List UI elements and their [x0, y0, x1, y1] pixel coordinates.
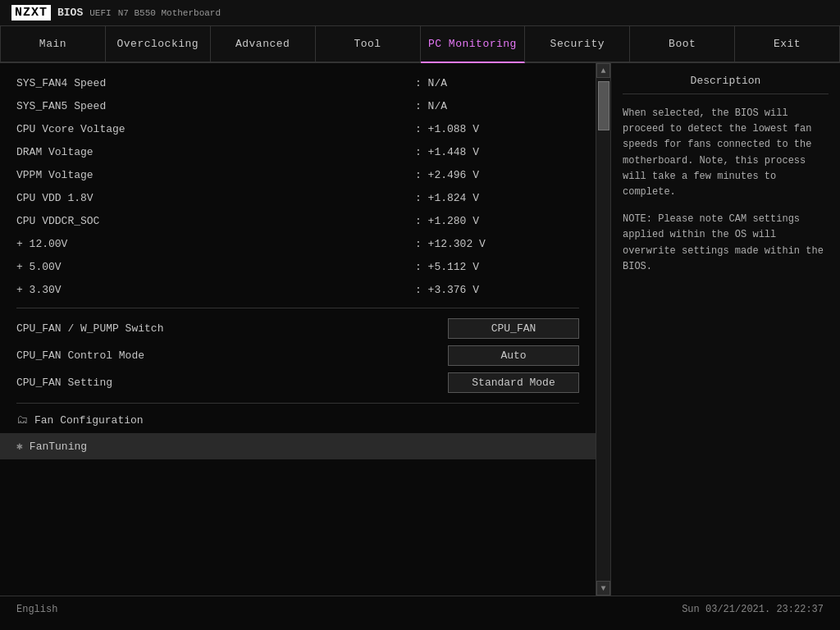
setting-label: CPU Vcore Voltage — [16, 123, 415, 135]
nav-item-advanced[interactable]: Advanced — [211, 26, 316, 62]
logo: NZXT BIOS UEFI N7 B550 Motherboard — [11, 5, 221, 21]
setting-label: CPU_FAN / W_PUMP Switch — [16, 322, 448, 335]
logo-nzxt: NZXT — [11, 5, 51, 21]
setting-value: +12.302 V — [415, 238, 579, 250]
setting-label: CPU VDDCR_SOC — [16, 215, 415, 227]
setting-value: +1.088 V — [415, 123, 579, 135]
setting-label: SYS_FAN4 Speed — [16, 77, 415, 89]
fantuning-icon: ✱ — [16, 440, 23, 453]
setting-row: + 12.00V+12.302 V — [0, 232, 596, 255]
setting-value: N/A — [415, 77, 579, 89]
setting-row: CPU Vcore Voltage+1.088 V — [0, 117, 596, 140]
navbar: MainOverclockingAdvancedToolPC Monitorin… — [0, 26, 840, 63]
fantuning-row[interactable]: ✱ FanTuning — [0, 433, 596, 459]
nav-item-boot[interactable]: Boot — [630, 26, 735, 62]
setting-row: + 5.00V+5.112 V — [0, 255, 596, 278]
nav-item-exit[interactable]: Exit — [735, 26, 840, 62]
setting-value: +1.280 V — [415, 215, 579, 227]
button-setting-row: CPU_FAN Control ModeAuto — [0, 342, 596, 369]
setting-row: VPPM Voltage+2.496 V — [0, 163, 596, 186]
setting-label: + 3.30V — [16, 284, 415, 296]
nav-item-tool[interactable]: Tool — [316, 26, 421, 62]
setting-value: +2.496 V — [415, 169, 579, 181]
setting-value: +1.448 V — [415, 146, 579, 158]
setting-value: N/A — [415, 100, 579, 112]
setting-value: +3.376 V — [415, 284, 579, 296]
fantuning-label: FanTuning — [30, 441, 87, 453]
nav-item-overclocking[interactable]: Overclocking — [106, 26, 211, 62]
setting-label: DRAM Voltage — [16, 146, 415, 158]
setting-label: VPPM Voltage — [16, 169, 415, 181]
setting-label: SYS_FAN5 Speed — [16, 100, 415, 112]
header-bar: NZXT BIOS UEFI N7 B550 Motherboard — [0, 0, 840, 26]
settings-panel: SYS_FAN4 SpeedN/ASYS_FAN5 SpeedN/ACPU Vc… — [0, 63, 596, 596]
scroll-down-button[interactable]: ▼ — [596, 581, 610, 596]
setting-row: + 3.30V+3.376 V — [0, 278, 596, 301]
nav-item-security[interactable]: Security — [525, 26, 630, 62]
setting-value: +1.824 V — [415, 192, 579, 204]
setting-label: CPU_FAN Setting — [16, 377, 448, 389]
setting-value: +5.112 V — [415, 261, 579, 273]
setting-row: CPU VDD 1.8V+1.824 V — [0, 186, 596, 209]
description-panel: Description When selected, the BIOS will… — [610, 63, 840, 596]
setting-row: DRAM Voltage+1.448 V — [0, 140, 596, 163]
button-settings: CPU_FAN / W_PUMP SwitchCPU_FANCPU_FAN Co… — [0, 315, 596, 396]
fan-config-row[interactable]: 🗂 Fan Configuration — [0, 410, 596, 430]
settings-table: SYS_FAN4 SpeedN/ASYS_FAN5 SpeedN/ACPU Vc… — [0, 71, 596, 301]
button-setting-row: CPU_FAN / W_PUMP SwitchCPU_FAN — [0, 315, 596, 342]
setting-label: CPU_FAN Control Mode — [16, 349, 448, 362]
logo-bios: BIOS — [57, 7, 83, 19]
setting-button[interactable]: Auto — [448, 345, 579, 366]
button-setting-row: CPU_FAN SettingStandard Mode — [0, 369, 596, 396]
setting-button[interactable]: Standard Mode — [448, 372, 579, 393]
setting-row: CPU VDDCR_SOC+1.280 V — [0, 209, 596, 232]
scroll-thumb[interactable] — [598, 81, 609, 130]
statusbar: English Sun 03/21/2021. 23:22:37 — [0, 596, 840, 622]
description-title: Description — [623, 75, 829, 94]
description-paragraph: When selected, the BIOS will proceed to … — [623, 106, 829, 200]
status-datetime: Sun 03/21/2021. 23:22:37 — [682, 604, 824, 615]
nav-item-main[interactable]: Main — [0, 26, 106, 62]
logo-model: N7 B550 Motherboard — [118, 8, 221, 18]
logo-uefi: UEFI — [89, 8, 111, 18]
setting-row: SYS_FAN4 SpeedN/A — [0, 71, 596, 94]
fan-config-label: Fan Configuration — [34, 414, 144, 427]
status-language: English — [16, 604, 57, 615]
nav-item-pc-monitoring[interactable]: PC Monitoring — [421, 26, 526, 63]
setting-label: + 5.00V — [16, 261, 415, 273]
scrollbar[interactable]: ▲ ▼ — [596, 63, 610, 596]
setting-row: SYS_FAN5 SpeedN/A — [0, 94, 596, 117]
description-paragraph: NOTE: Please note CAM settings applied w… — [623, 212, 829, 275]
divider-1 — [16, 308, 579, 308]
scroll-up-button[interactable]: ▲ — [596, 63, 610, 78]
divider-2 — [16, 403, 579, 404]
setting-button[interactable]: CPU_FAN — [448, 318, 579, 339]
main-content: SYS_FAN4 SpeedN/ASYS_FAN5 SpeedN/ACPU Vc… — [0, 63, 840, 596]
description-text: When selected, the BIOS will proceed to … — [623, 106, 829, 275]
setting-label: CPU VDD 1.8V — [16, 192, 415, 204]
setting-label: + 12.00V — [16, 238, 415, 250]
fan-icon: 🗂 — [16, 413, 28, 427]
